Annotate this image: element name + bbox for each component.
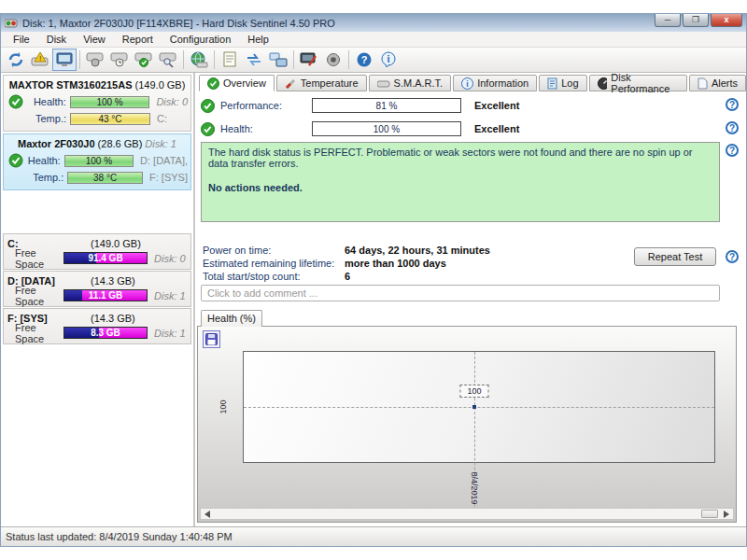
disk-warning-icon[interactable]: ! bbox=[28, 49, 52, 71]
info-icon: i bbox=[461, 77, 473, 90]
status-last-updated: Status last updated: 8/4/2019 Sunday 1:4… bbox=[6, 531, 233, 542]
stat-value: 6 bbox=[345, 271, 350, 284]
x-axis-tick: 8/4/2019 bbox=[454, 468, 495, 509]
partition-size: (149.0 GB) bbox=[91, 238, 141, 249]
disk-sidebar: MAXTOR STM3160215AS (149.0 GB) Health: 1… bbox=[1, 73, 195, 526]
main-content: Overview Temperature S.M.A.R.T. iInforma… bbox=[195, 73, 746, 526]
tab-alerts[interactable]: Alerts bbox=[689, 75, 746, 91]
help-icon[interactable]: ? bbox=[726, 98, 739, 111]
health-chart-plot: 100 100 8/4/2019 bbox=[243, 351, 715, 463]
disk-schedule-icon[interactable] bbox=[107, 49, 132, 71]
disk-number: Disk: 1 bbox=[154, 290, 186, 301]
report-icon[interactable] bbox=[218, 49, 242, 71]
tab-overview[interactable]: Overview bbox=[199, 75, 275, 91]
disk-control-icon[interactable] bbox=[83, 49, 107, 71]
scrollbar-thumb[interactable] bbox=[701, 510, 718, 518]
temp-bar: 43 °C bbox=[70, 113, 150, 125]
titlebar[interactable]: Disk: 1, Maxtor 2F030J0 [F114XBRE] - Har… bbox=[1, 14, 746, 32]
statusbar: Status last updated: 8/4/2019 Sunday 1:4… bbox=[1, 526, 746, 546]
help-icon[interactable]: ? bbox=[726, 144, 739, 157]
partition-size: (14.3 GB) bbox=[91, 275, 135, 287]
disk-list-item-0[interactable]: MAXTOR STM3160215AS (149.0 GB) Health: 1… bbox=[3, 75, 191, 132]
sync-icon[interactable] bbox=[242, 49, 266, 71]
tab-temperature[interactable]: Temperature bbox=[276, 75, 367, 91]
desktop-alert-icon[interactable] bbox=[297, 49, 321, 71]
log-icon bbox=[547, 77, 557, 90]
stat-value: 64 days, 22 hours, 31 minutes bbox=[345, 245, 490, 258]
status-ok-icon bbox=[201, 99, 215, 113]
partition-item-f[interactable]: F: [SYS](14.3 GB) Free Space 8.3 GB Disk… bbox=[3, 308, 191, 344]
comment-input[interactable] bbox=[201, 285, 720, 301]
detect-disks-icon[interactable] bbox=[52, 49, 77, 71]
floppy-icon bbox=[205, 333, 218, 345]
menubar: File Disk View Report Configuration Help bbox=[1, 32, 746, 48]
health-label: Health: bbox=[23, 96, 66, 107]
performance-label: Performance: bbox=[220, 100, 312, 111]
tabbar: Overview Temperature S.M.A.R.T. iInforma… bbox=[199, 75, 746, 91]
disk-icon bbox=[377, 77, 390, 90]
restore-button[interactable]: ❐ bbox=[683, 14, 709, 27]
gauge-icon bbox=[598, 77, 608, 90]
free-space-label: Free Space bbox=[15, 285, 63, 307]
menu-configuration[interactable]: Configuration bbox=[162, 33, 239, 46]
disk-status-textbox: The hard disk status is PERFECT. Problem… bbox=[201, 142, 720, 222]
app-icon bbox=[5, 18, 18, 29]
data-point bbox=[472, 405, 476, 409]
svg-text:i: i bbox=[387, 53, 389, 64]
tab-information[interactable]: iInformation bbox=[453, 75, 537, 91]
refresh-icon[interactable] bbox=[4, 49, 28, 71]
remote-computers-icon[interactable] bbox=[266, 49, 290, 71]
status-ok-icon bbox=[8, 94, 23, 109]
help-icon[interactable]: ? bbox=[726, 250, 739, 263]
health-bar: 100 % bbox=[70, 96, 150, 108]
close-button[interactable]: x bbox=[711, 14, 742, 27]
tab-log[interactable]: Log bbox=[539, 75, 586, 91]
disk-stats: Power on time:64 days, 22 hours, 31 minu… bbox=[203, 245, 490, 284]
minimize-button[interactable]: ─ bbox=[655, 14, 681, 27]
help-icon[interactable]: ? bbox=[352, 49, 376, 71]
temp-label: Temp.: bbox=[23, 172, 63, 183]
health-label: Health: bbox=[23, 155, 61, 166]
page-icon bbox=[698, 77, 708, 90]
menu-report[interactable]: Report bbox=[114, 33, 162, 46]
temp-bar: 38 °C bbox=[67, 172, 143, 184]
menu-help[interactable]: Help bbox=[239, 33, 277, 46]
free-space-bar: 8.3 GB bbox=[63, 327, 148, 339]
health-chart-panel: 100 100 8/4/2019 bbox=[197, 326, 737, 523]
repeat-test-button[interactable]: Repeat Test bbox=[634, 247, 716, 266]
tab-smart[interactable]: S.M.A.R.T. bbox=[369, 75, 452, 91]
performance-row: Performance: 81 % Excellent bbox=[201, 97, 519, 114]
screen: Disk: 1, Maxtor 2F030J0 [F114XBRE] - Har… bbox=[0, 0, 747, 560]
svg-text:i: i bbox=[466, 79, 469, 89]
sound-alert-icon[interactable] bbox=[321, 49, 345, 71]
scroll-left-arrow[interactable] bbox=[204, 511, 210, 518]
health-rating: Excellent bbox=[474, 123, 519, 134]
partition-item-d[interactable]: D: [DATA](14.3 GB) Free Space 11.1 GB Di… bbox=[3, 271, 191, 307]
save-chart-button[interactable] bbox=[203, 330, 220, 348]
chart-tab-health[interactable]: Health (%) bbox=[201, 310, 262, 327]
menu-file[interactable]: File bbox=[5, 33, 38, 46]
menu-view[interactable]: View bbox=[75, 33, 114, 46]
free-space-bar: 11.1 GB bbox=[63, 289, 148, 301]
scroll-right-arrow[interactable] bbox=[724, 511, 729, 518]
volume-ref: C: bbox=[157, 113, 167, 124]
free-space-label: Free Space bbox=[15, 322, 63, 344]
partition-size: (14.3 GB) bbox=[91, 313, 135, 324]
stat-label: Power on time: bbox=[203, 245, 345, 258]
network-globe-icon[interactable] bbox=[187, 49, 211, 71]
chart-horizontal-scrollbar[interactable] bbox=[200, 508, 734, 520]
gridline-horizontal bbox=[244, 407, 714, 408]
info-icon[interactable]: i bbox=[376, 49, 401, 71]
disk-accept-icon[interactable] bbox=[132, 49, 156, 71]
window-title: Disk: 1, Maxtor 2F030J0 [F114XBRE] - Har… bbox=[22, 18, 335, 29]
disk-title: MAXTOR STM3160215AS (149.0 GB) bbox=[7, 77, 188, 93]
tab-disk-performance[interactable]: Disk Performance bbox=[589, 75, 687, 91]
partition-item-c[interactable]: C:(149.0 GB) Free Space 91.4 GB Disk: 0 bbox=[3, 233, 191, 270]
menu-disk[interactable]: Disk bbox=[38, 33, 75, 46]
disk-list-item-1[interactable]: Maxtor 2F030J0 (28.6 GB) Disk: 1 Health:… bbox=[3, 133, 191, 190]
disk-search-icon[interactable] bbox=[156, 49, 180, 71]
disk-number: Disk: 0 bbox=[154, 253, 186, 264]
help-icon[interactable]: ? bbox=[726, 121, 739, 134]
free-space-label: Free Space bbox=[15, 247, 63, 270]
volume-ref: F: [SYS] bbox=[149, 172, 188, 183]
